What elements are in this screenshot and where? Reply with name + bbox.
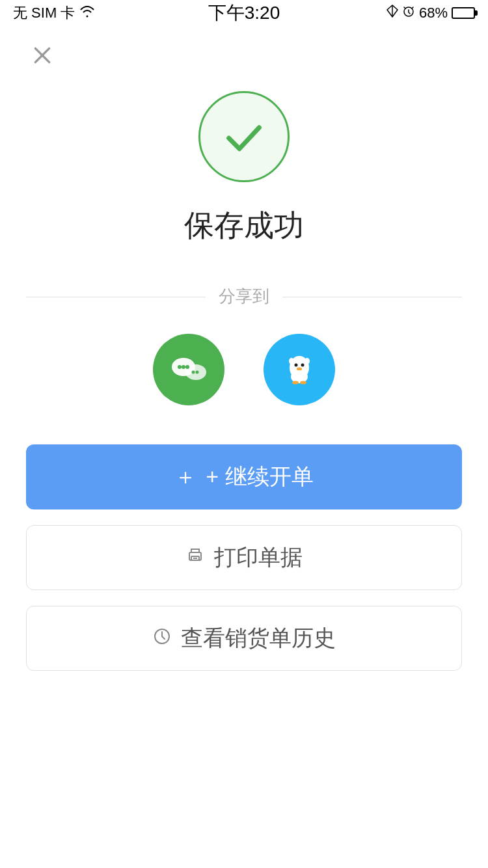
svg-point-8 [192,371,195,374]
main-content: 保存成功 分享到 [0,26,488,868]
svg-point-15 [291,370,308,383]
continue-order-button[interactable]: ＋ + 继续开单 [26,444,462,509]
svg-point-16 [292,381,299,385]
location-icon [386,5,398,21]
print-icon [185,545,205,571]
svg-point-17 [300,381,306,385]
success-title: 保存成功 [184,206,304,246]
svg-point-14 [297,368,302,371]
svg-point-19 [305,358,310,364]
svg-point-5 [178,365,182,369]
svg-point-18 [289,358,294,364]
status-left: 无 SIM 卡 [13,3,94,23]
status-right: 68% [386,5,475,21]
status-time: 下午3:20 [208,1,280,25]
share-icons [153,334,335,405]
history-label: 查看销货单历史 [181,623,336,653]
battery-percent: 68% [419,5,448,21]
svg-point-13 [301,364,305,367]
close-button[interactable] [26,39,59,72]
battery-icon [452,7,475,19]
continue-order-label: + 继续开单 [206,462,313,492]
print-label: 打印单据 [214,543,303,573]
svg-point-6 [182,365,185,369]
alarm-icon [402,5,415,21]
wechat-share-button[interactable] [153,334,224,405]
qq-share-button[interactable] [264,334,335,405]
share-divider: 分享到 [26,285,462,308]
success-icon [198,91,290,182]
share-label: 分享到 [206,285,282,308]
history-button[interactable]: 查看销货单历史 [26,606,462,671]
svg-point-7 [185,365,189,369]
history-icon [152,626,172,651]
action-buttons: ＋ + 继续开单 打印单据 查看销货单历史 [26,444,462,671]
share-section: 分享到 [26,285,462,405]
print-button[interactable]: 打印单据 [26,525,462,590]
plus-icon: ＋ [174,462,197,492]
svg-point-12 [295,364,298,367]
svg-point-9 [196,371,199,374]
status-bar: 无 SIM 卡 下午3:20 68% [0,0,488,26]
carrier-text: 无 SIM 卡 [13,3,75,23]
wifi-icon [80,5,94,21]
